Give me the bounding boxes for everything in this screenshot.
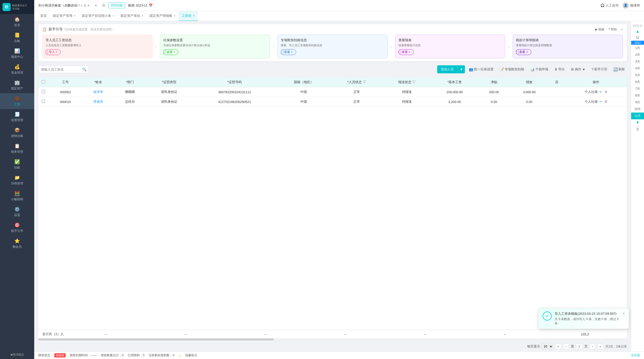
sidebar-item-fixed-assets[interactable]: 🏢 固定资产 [0, 77, 34, 93]
calendar-nav-down[interactable]: ▼ [636, 119, 640, 126]
sidebar-item-fund[interactable]: 💰 资金管理 [0, 62, 34, 77]
tab-payroll[interactable]: 工资表 × [179, 11, 198, 21]
last-page-btn[interactable]: » [597, 344, 603, 349]
tab-payroll-close[interactable]: × [193, 14, 195, 18]
special-deduction-btn[interactable]: 📝 专项附加扣除 [498, 66, 526, 73]
month-4[interactable]: 4月 [631, 65, 644, 72]
tab-payroll-label: 工资表 [182, 14, 191, 18]
month-1[interactable]: 1月 [631, 45, 644, 52]
add-person-btn[interactable]: 添加人员 [437, 65, 457, 73]
month-8[interactable]: 8月 [631, 92, 644, 99]
tab-home[interactable]: 首页 [37, 11, 50, 21]
filter-report-icon[interactable]: ▽ [412, 80, 416, 84]
export-btn[interactable]: ⬇ 导出 [552, 66, 567, 73]
guide-header-right: ▶ 视频 ? 帮助 × [595, 27, 623, 32]
content-area: 📋 新手引导 5步快速完成设置，快去完善信息吧～ ▶ 视频 ? 帮助 [34, 21, 644, 351]
row2-status: 正常 [331, 97, 382, 107]
add-person-dropdown-btn[interactable]: ▼ [457, 65, 465, 73]
row2-check[interactable] [42, 100, 45, 103]
personal-tax-btn[interactable]: 📊 个税申报 [528, 66, 550, 73]
filter-status-icon[interactable]: ▽ [363, 80, 366, 84]
horizontal-scrollbar[interactable] [38, 338, 627, 340]
sidebar-item-archive[interactable]: 📁 归档管理 [0, 172, 34, 188]
cancel-fix-btn[interactable]: ◀ 取消固定 [10, 353, 24, 356]
user-info[interactable]: 👤 徐泽华 [623, 3, 640, 9]
sidebar-item-invoice[interactable]: 🧾 发票管理 [0, 109, 34, 125]
sidebar-item-member[interactable]: ⭐ 畅会员 [0, 236, 34, 251]
row2-nationality: 中国 [277, 97, 331, 107]
month-3[interactable]: 3月 [631, 58, 644, 65]
tab-fixed-cat-close[interactable]: × [142, 14, 143, 18]
sidebar-item-payroll[interactable]: 💼 工资 [0, 93, 34, 109]
month-9[interactable]: 9月 [631, 99, 644, 106]
tab-fixed-det-close[interactable]: × [174, 14, 176, 18]
renew-link[interactable]: 去充值 [631, 353, 640, 357]
month-5[interactable]: 5月 [631, 72, 644, 79]
notification-popup: ✓ 导入工资表模板(2023-03-23 15:07:59.897) 共 9 条… [538, 308, 629, 329]
operations-btn[interactable]: ⚙ 操作 ▼ [569, 66, 587, 73]
guide-help-link[interactable]: ? 帮助 [608, 27, 617, 32]
calendar-nav-up[interactable]: ▲ [636, 28, 640, 35]
prev-page-btn[interactable]: ‹ [563, 344, 569, 349]
sidebar-item-closing[interactable]: ✅ 结账 [0, 157, 34, 172]
sidebar-label-home: 首页 [14, 23, 20, 27]
add-account-btn[interactable]: ＋ [93, 2, 99, 9]
period-selector[interactable]: 账期 2023-11 📅 [128, 3, 153, 8]
sidebar-item-general-ledger[interactable]: 📒 总账 [0, 30, 34, 46]
search-icon[interactable]: 🔍 [82, 67, 87, 71]
per-page-select[interactable]: 10 20 50 [541, 343, 553, 349]
month-10[interactable]: 10月 [631, 106, 644, 113]
sidebar-label-report: 报表中心 [11, 55, 23, 59]
row1-edit-icon[interactable]: ✏ [599, 90, 602, 94]
sidebar-item-settings[interactable]: ⚙️ 设置 [0, 204, 34, 220]
row2-name-link[interactable]: 李俊杰 [93, 100, 103, 104]
period-value: 2023-11 [136, 4, 148, 7]
th-id-type: *证照类型 [146, 77, 192, 87]
tab-fixed-assets[interactable]: 固定资产管理 × [50, 11, 79, 21]
month-11[interactable]: 11月 [631, 113, 644, 119]
sidebar-item-tax[interactable]: 📋 税务管理 [0, 141, 34, 157]
month-2[interactable]: 2月 [631, 52, 644, 58]
tab-fixed-details[interactable]: 固定资产明细账 × [146, 11, 179, 21]
month-12[interactable]: 12 [631, 35, 644, 41]
newbie-guide-btn[interactable]: ? 新手引导 [589, 66, 609, 73]
account-selector[interactable]: 刘小艳演示账套（勿删勿动！）1 ▼ [38, 3, 90, 8]
row1-op-label: 个人社保 [585, 90, 598, 94]
refresh-btn[interactable]: 🔄 刷新 [611, 66, 627, 73]
row1-name-link[interactable]: 徐泽华 [93, 90, 103, 94]
notif-desc: 共 9 条数据，成功导入 9 条，失败 0 条，跳过 0 条 [555, 317, 620, 326]
th-allowance: 津贴 [478, 77, 510, 87]
sidebar-item-purchase-sales[interactable]: 📦 进销台账 [0, 125, 34, 141]
tab-fixed-dep-close[interactable]: × [113, 14, 114, 18]
row2-edit-icon[interactable]: ✏ [599, 100, 602, 104]
tab-fixed-assets-close[interactable]: × [74, 14, 76, 18]
month-7[interactable]: 7月 [631, 85, 644, 92]
social-insurance-icon: 👥 [469, 67, 473, 71]
next-page-btn[interactable]: › [590, 344, 595, 349]
select-all-checkbox[interactable] [42, 80, 45, 83]
row1-operation: 个人社保 ✏ 🗑 [565, 87, 627, 97]
first-page-btn[interactable]: « [555, 344, 561, 349]
tab-fixed-category[interactable]: 固定资产类别 × [117, 11, 146, 21]
notif-close-btn[interactable]: × [623, 312, 625, 316]
row2-delete-icon[interactable]: 🗑 [604, 100, 608, 104]
guide-close-btn[interactable]: × [621, 27, 623, 31]
sidebar-label-fixed: 固定资产 [11, 86, 23, 91]
settings-gear-icon[interactable]: ⚙ [102, 3, 105, 8]
ai-consult-btn[interactable]: 🎧 人工咨询 [600, 3, 619, 8]
sidebar-label-archive: 归档管理 [11, 181, 23, 186]
row1-check[interactable] [42, 90, 45, 93]
switch-version-btn[interactable]: 切到旧版 [108, 3, 125, 8]
sidebar-item-newbie[interactable]: 🎯 新手引导 [0, 220, 34, 236]
guide-video-link[interactable]: ▶ 视频 [595, 27, 604, 32]
sidebar-item-home[interactable]: 🏠 首页 [0, 14, 34, 30]
tab-fixed-depreciation[interactable]: 固定资产折旧统计表 × [79, 11, 117, 21]
sidebar-item-report[interactable]: 📊 报表中心 [0, 46, 34, 62]
search-input[interactable] [38, 66, 89, 73]
row1-delete-icon[interactable]: 🗑 [604, 90, 608, 94]
social-insurance-btn[interactable]: 👥 统一社保设置 [467, 66, 496, 73]
month-6[interactable]: 6月 [631, 79, 644, 85]
scroll-icon[interactable]: ⇅ [636, 126, 639, 133]
guide-step-1: 导入员工工资信息 人员信息及工资数据新增导入 导入 > 1 [42, 35, 152, 58]
sidebar-item-expense[interactable]: 🧮 小畅报销 [0, 188, 34, 204]
